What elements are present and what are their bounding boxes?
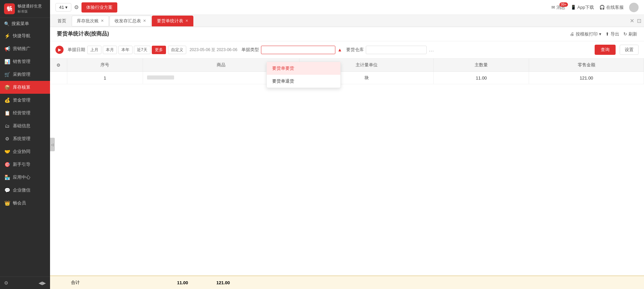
tab-expand[interactable]: ⊡ [637,18,641,24]
quick-nav-icon: ⚡ [4,33,10,39]
sidebar-collapse-handle[interactable]: ◁ [50,138,55,151]
sidebar-item-sales[interactable]: 📊 销售管理 [0,55,50,68]
print-icon: 🖨 [570,31,574,37]
sidebar-item-label: 企业协同 [13,149,30,155]
filter-toggle-btn[interactable]: ▶ [55,46,64,54]
purchase-icon: 🛒 [4,72,10,77]
main-area: 41 ▾ ⚙ 体验行业方案 ✉ 消息 99+ 📱 App下载 🎧 在线客服 [50,0,644,289]
appstore-icon: 🏪 [4,175,10,180]
tab-order-stats-close[interactable]: ✕ [185,19,188,23]
sidebar-logo: 畅 畅捷通好生意 标准版 [0,0,50,18]
table-header-row: ⚙ 序号 商品 主计量单位 主数量 零售金额 [50,59,644,72]
dropdown-item-require-goods[interactable]: 要货单要货 [267,62,340,75]
footer-settings-btn[interactable]: ⚙ [4,280,8,286]
app-icon: 📱 [571,5,576,10]
print-btn[interactable]: 🖨 按模板打印 ▾ [570,31,601,37]
sidebar-item-label: 销售管理 [13,59,30,65]
tab-order-stats[interactable]: 要货单统计表 ✕ [152,16,193,26]
trial-btn[interactable]: 体验行业方案 [81,2,117,13]
app-label: App下载 [577,4,594,10]
type-dropdown: 要货单要货 要货单退货 [266,62,341,88]
export-label: 导出 [611,31,619,37]
date-btn-7days[interactable]: 近7天 [134,46,150,54]
company-selector[interactable]: 41 ▾ [55,3,71,12]
sidebar-item-enterprise[interactable]: 🤝 企业协同 [0,145,50,158]
basic-icon: 🗂 [4,123,10,129]
tab-collection-summary[interactable]: 收发存汇总表 ✕ [110,16,151,26]
row-no-cell: 1 [67,72,143,84]
sidebar-item-guide[interactable]: 🎯 新手引导 [0,158,50,171]
row-settings-cell [50,72,67,84]
service-label: 在线客服 [606,4,624,10]
sidebar-item-quick-nav[interactable]: ⚡ 快捷导航 [0,29,50,42]
sidebar-item-inventory[interactable]: 📦 库存核算 [0,81,50,94]
tab-inventory-batch[interactable]: 库存批次账 ✕ [72,16,109,26]
date-range-display: 2023-05-06 至 2023-06-06 [190,47,237,53]
footer-total-amount: 121.00 [203,280,243,285]
refresh-label: 刷新 [628,31,637,37]
date-btn-this-year[interactable]: 本年 [118,46,133,54]
type-filter-arrow[interactable]: ▲ [337,47,342,52]
warehouse-more-btn[interactable]: … [429,47,434,53]
tab-home[interactable]: 首页 [53,16,71,26]
sidebar-item-wechat[interactable]: 💬 企业微信 [0,184,50,197]
sidebar-item-operations[interactable]: 📋 经营管理 [0,107,50,119]
sidebar-item-finance[interactable]: 💰 资金管理 [0,94,50,107]
sidebar-item-appstore[interactable]: 🏪 应用中心 [0,171,50,184]
tabbar-end: ✕ ⊡ [630,18,641,24]
export-btn[interactable]: ⬆ 导出 [605,31,619,37]
col-settings[interactable]: ⚙ [50,59,67,72]
sidebar-item-label: 应用中心 [13,174,30,180]
table-container: ⚙ 序号 商品 主计量单位 主数量 零售金额 1 [50,59,644,275]
print-dropdown-icon: ▾ [599,31,601,37]
date-btn-this-month[interactable]: 本月 [103,46,117,54]
online-service-btn[interactable]: 🎧 在线客服 [599,4,624,10]
member-icon: 👑 [4,200,10,206]
sidebar-item-marketing[interactable]: 📢 营销推广 [0,42,50,55]
messages-btn[interactable]: ✉ 消息 99+ [551,4,565,10]
table-row: 1 块 11.00 121.00 [50,72,644,84]
inventory-icon: 📦 [4,85,10,90]
guide-icon: 🎯 [4,162,10,167]
warehouse-filter-input[interactable] [366,46,427,54]
tabbar: 首页 库存批次账 ✕ 收发存汇总表 ✕ 要货单统计表 ✕ ✕ ⊡ [50,15,644,27]
tab-close-all[interactable]: ✕ [630,18,634,24]
finance-icon: 💰 [4,97,10,103]
message-icon: ✉ [551,5,555,10]
user-avatar[interactable] [629,3,639,12]
sidebar-search[interactable]: 🔍 搜索菜单 [0,18,50,29]
sidebar-item-purchase[interactable]: 🛒 采购管理 [0,68,50,81]
table-footer: 合计 11.00 121.00 [50,275,644,289]
marketing-icon: 📢 [4,46,10,51]
date-btn-more[interactable]: 更多 [152,46,166,54]
date-custom-btn[interactable]: 自定义 [168,46,186,54]
sidebar-nav: ⚡ 快捷导航 📢 营销推广 📊 销售管理 🛒 采购管理 📦 库存核算 💰 资金管… [0,29,50,276]
sidebar-item-label: 资金管理 [13,97,30,103]
warehouse-filter-label: 要货仓库 [346,47,364,53]
filter-bar: ▶ 单据日期 上月 本月 本年 近7天 更多 自定义 2023-05-06 至 … [50,41,644,59]
type-filter-input[interactable] [261,46,335,54]
sidebar-item-label: 新手引导 [13,161,30,168]
topbar-settings-icon[interactable]: ⚙ [74,4,79,10]
sidebar-item-system[interactable]: ⚙ 系统管理 [0,132,50,145]
sidebar-item-label: 营销推广 [13,46,30,52]
filter-settings-btn[interactable]: 设置 [620,45,639,55]
date-btn-last-month[interactable]: 上月 [87,46,101,54]
footer-collapse-btn[interactable]: ◀▶ [39,280,46,286]
query-btn[interactable]: 查询 [595,45,616,55]
refresh-btn[interactable]: ↻ 刷新 [623,31,637,37]
sidebar-item-member[interactable]: 👑 畅会员 [0,197,50,209]
app-download-btn[interactable]: 📱 App下载 [571,4,594,10]
dropdown-item-require-return[interactable]: 要货单退货 [267,75,340,88]
export-icon: ⬆ [605,31,609,37]
sales-icon: 📊 [4,59,10,64]
sidebar-item-label: 经营管理 [13,110,30,116]
sidebar-item-label: 采购管理 [13,71,30,77]
sidebar-item-basic[interactable]: 🗂 基础信息 [0,119,50,132]
tab-collection-summary-close[interactable]: ✕ [143,19,146,23]
page-title: 要货单统计表(按商品) [57,30,109,38]
tab-home-label: 首页 [57,18,66,24]
tab-inventory-batch-close[interactable]: ✕ [101,19,104,23]
tab-collection-summary-label: 收发存汇总表 [115,18,141,24]
refresh-icon: ↻ [623,31,627,37]
